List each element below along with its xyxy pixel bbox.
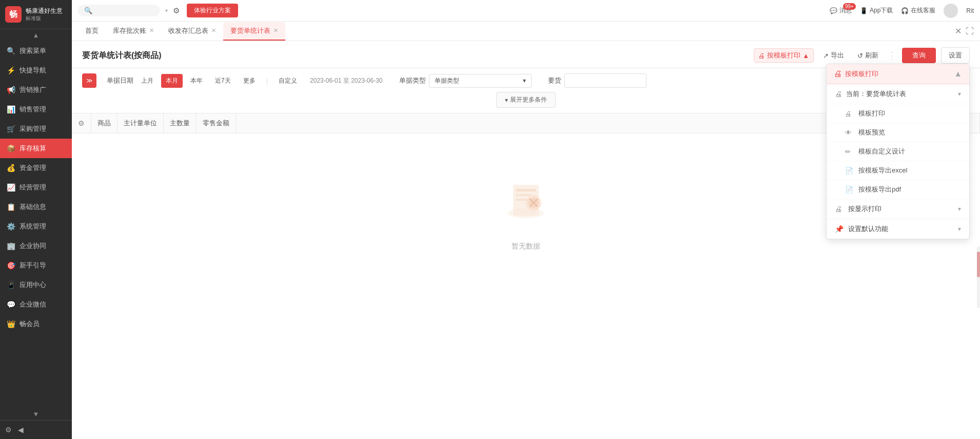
current-template-arrow: ▾ <box>958 90 961 98</box>
refresh-btn-label: 刷新 <box>865 51 878 60</box>
sidebar-item-label: 销售管理 <box>19 105 46 114</box>
dropdown-template-export-pdf[interactable]: 📄 按模板导出pdf <box>827 180 969 199</box>
dropdown-template-print[interactable]: 🖨 模板打印 <box>827 104 969 123</box>
table-settings-icon[interactable]: ⚙ <box>78 119 85 127</box>
query-button[interactable]: 查询 <box>902 48 936 63</box>
message-item[interactable]: 💬 消息 99+ <box>830 6 852 15</box>
requisition-filter-label: 要货 <box>548 76 561 85</box>
tab-receivable-summary-close[interactable]: ✕ <box>211 27 216 34</box>
online-service-item[interactable]: 🎧 在线客服 <box>901 6 935 15</box>
sidebar-item-enterprise[interactable]: 🏢 企业协同 <box>0 236 72 256</box>
sidebar-item-finance[interactable]: 💰 资金管理 <box>0 158 72 178</box>
date-btn-this-year[interactable]: 本年 <box>186 74 207 88</box>
page-actions: 🖨 按模板打印 ▲ ↗ 导出 ↺ 刷新 ⋮ 查询 设置 <box>754 47 970 64</box>
scrollbar-thumb[interactable] <box>977 252 980 277</box>
dropdown-close-btn[interactable]: ▲ <box>954 69 962 79</box>
sidebar-item-purchase[interactable]: 🛒 采购管理 <box>0 119 72 139</box>
main-content: 🔍 ▾ ⚙ 体验行业方案 💬 消息 99+ 📱 App下载 🎧 在线客服 Rit <box>72 0 980 439</box>
operations-icon: 📈 <box>6 183 15 192</box>
message-icon: 💬 <box>830 7 837 14</box>
tab-inventory-batch[interactable]: 库存批次账 ✕ <box>106 22 161 41</box>
filter-expand-icon-btn[interactable]: ≫ <box>82 73 96 88</box>
refresh-icon: ↺ <box>857 52 863 60</box>
search-icon: 🔍 <box>6 46 15 55</box>
export-action-btn[interactable]: ↗ 导出 <box>819 49 848 62</box>
actions-separator: ⋮ <box>888 50 897 61</box>
type-select-dropdown[interactable]: 单据类型 ▾ <box>429 74 532 88</box>
type-filter-label: 单据类型 <box>399 76 426 85</box>
app-download-label: App下载 <box>870 6 893 15</box>
topbar-search-input[interactable] <box>95 7 147 14</box>
export-btn-label: 导出 <box>831 51 844 60</box>
current-template-label: 当前：要货单统计表 <box>846 89 906 99</box>
tabbar-expand-icon[interactable]: ⛶ <box>966 27 974 36</box>
dropdown-template-export-excel[interactable]: 📄 按模板导出excel <box>827 161 969 180</box>
requisition-input[interactable] <box>564 73 646 88</box>
tab-receivable-summary[interactable]: 收发存汇总表 ✕ <box>161 22 223 41</box>
settings-button[interactable]: 设置 <box>941 47 970 64</box>
template-preview-icon: 👁 <box>845 129 854 137</box>
sidebar-item-app-center[interactable]: 📱 应用中心 <box>0 275 72 295</box>
sidebar: 畅 畅康通好生意 标准版 ▲ 🔍 搜索菜单 ⚡ 快捷导航 📢 营销推广 📊 销售… <box>0 0 72 439</box>
tab-requisition-stats[interactable]: 要货单统计表 ✕ <box>223 22 285 41</box>
sidebar-item-label: 营销推广 <box>19 85 46 94</box>
sidebar-item-member[interactable]: 👑 畅会员 <box>0 314 72 334</box>
sales-icon: 📊 <box>6 105 15 114</box>
page-header: 要货单统计表(按商品) 🖨 按模板打印 ▲ ↗ 导出 ↺ 刷新 ⋮ 查询 设置 <box>72 41 980 68</box>
topbar-dropdown-icon[interactable]: ▾ <box>165 8 168 13</box>
sidebar-item-system[interactable]: ⚙️ 系统管理 <box>0 217 72 236</box>
tab-home[interactable]: 首页 <box>78 22 106 41</box>
sidebar-item-label: 应用中心 <box>19 280 46 290</box>
print-action-btn[interactable]: 🖨 按模板打印 ▲ <box>754 48 814 63</box>
dropdown-header-icon: 🖨 <box>834 69 842 79</box>
filter-toggle-icon[interactable]: ≫ <box>82 73 96 88</box>
sidebar-item-basic-info[interactable]: 📋 基础信息 <box>0 197 72 217</box>
trial-industry-button[interactable]: 体验行业方案 <box>187 4 238 17</box>
sidebar-settings-btn[interactable]: ⚙ <box>5 426 12 434</box>
tab-requisition-stats-close[interactable]: ✕ <box>273 27 278 34</box>
requisition-filter-item: 要货 <box>548 73 646 88</box>
date-btn-custom[interactable]: 自定义 <box>274 74 302 88</box>
dropdown-template-preview[interactable]: 👁 模板预览 <box>827 123 969 142</box>
enterprise-icon: 🏢 <box>6 241 15 251</box>
message-badge: 99+ <box>843 3 856 10</box>
sidebar-item-enterprise-wx[interactable]: 💬 企业微信 <box>0 295 72 314</box>
table-col-settings: ⚙ <box>72 113 91 133</box>
topbar-settings-icon[interactable]: ⚙ <box>173 6 180 15</box>
set-default-chevron: ▾ <box>958 225 961 233</box>
topbar-search-icon: 🔍 <box>84 7 92 14</box>
sidebar-item-operations[interactable]: 📈 经营管理 <box>0 178 72 197</box>
sidebar-item-search[interactable]: 🔍 搜索菜单 <box>0 41 72 61</box>
basic-info-icon: 📋 <box>6 202 15 212</box>
date-btn-7days[interactable]: 近7天 <box>210 74 236 88</box>
user-avatar[interactable] <box>944 4 958 18</box>
app-download-item[interactable]: 📱 App下载 <box>860 6 893 15</box>
sidebar-item-inventory[interactable]: 📦 库存核算 <box>0 139 72 158</box>
date-btn-last-month[interactable]: 上月 <box>136 74 158 88</box>
topbar-search-box[interactable]: 🔍 <box>78 5 160 16</box>
sidebar-item-marketing[interactable]: 📢 营销推广 <box>0 80 72 100</box>
template-export-pdf-icon: 📄 <box>845 186 854 194</box>
sidebar-item-guide[interactable]: 🎯 新手引导 <box>0 256 72 275</box>
sidebar-item-label: 采购管理 <box>19 124 46 133</box>
print-btn-label: 按模板打印 <box>767 51 800 60</box>
dropdown-current-item[interactable]: 🖨 当前：要货单统计表 ▾ <box>827 84 969 104</box>
sidebar-collapse-btn[interactable]: ◀ <box>18 426 24 434</box>
template-preview-label: 模板预览 <box>858 128 885 137</box>
template-design-label: 模板自定义设计 <box>858 147 905 156</box>
tabbar-close-all-icon[interactable]: ✕ <box>955 26 962 36</box>
dropdown-template-design[interactable]: ✏ 模板自定义设计 <box>827 142 969 161</box>
dropdown-display-print-section[interactable]: 🖨 按显示打印 ▾ <box>827 199 969 219</box>
refresh-action-btn[interactable]: ↺ 刷新 <box>853 49 883 62</box>
sidebar-scroll-up[interactable]: ▲ <box>0 29 72 41</box>
sidebar-item-quick-nav[interactable]: ⚡ 快捷导航 <box>0 61 72 80</box>
expand-more-btn[interactable]: ▾ 展开更多条件 <box>496 92 556 108</box>
dropdown-set-default-section[interactable]: 📌 设置默认功能 ▾ <box>827 219 969 239</box>
date-btn-this-month[interactable]: 本月 <box>161 74 183 88</box>
expand-more-label: 展开更多条件 <box>510 96 547 104</box>
sidebar-scroll-down[interactable]: ▼ <box>0 408 72 420</box>
sidebar-item-sales[interactable]: 📊 销售管理 <box>0 100 72 119</box>
svg-rect-3 <box>516 194 531 196</box>
tab-inventory-batch-close[interactable]: ✕ <box>149 27 154 34</box>
date-btn-more[interactable]: 更多 <box>239 74 260 88</box>
